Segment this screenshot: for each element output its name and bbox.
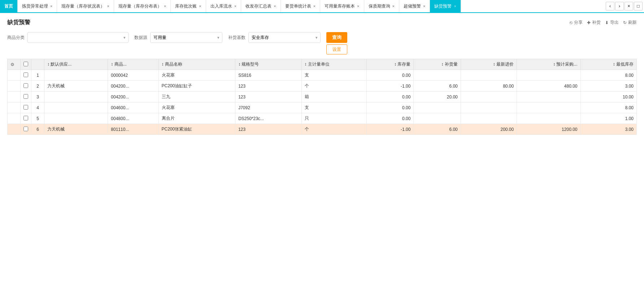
row-checkbox-4[interactable] [23,116,28,120]
nav-next-btn[interactable]: › [615,2,624,10]
restock-icon: ✚ [587,20,591,25]
th-min-stock[interactable]: ↕ 最低库存 [580,59,637,70]
tab-close-icon-4[interactable]: × [199,4,201,8]
cell-code-4: 004800... [108,113,158,124]
datasource-select[interactable]: 可用量 [150,32,222,43]
cell-name-1: PC200油缸缸子 [158,81,235,92]
th-latest-price[interactable]: ↕ 最新进价 [461,59,517,70]
table-row: 10000042火花塞SS816支0.008.00 [8,70,637,81]
share-button[interactable]: ⎋ 分享 [570,19,583,26]
nav-tab-10[interactable]: 超储预警× [399,0,430,13]
tab-close-icon-11[interactable]: × [454,4,456,8]
th-stock[interactable]: ↕ 库存量 [367,59,414,70]
cell-spec-0: SS816 [235,70,301,81]
cell-supplier-4 [44,113,108,124]
cell-spec-4: DS250*23c... [235,113,301,124]
tab-close-icon-6[interactable]: × [274,4,276,8]
nav-tab-4[interactable]: 库存批次账× [171,0,206,13]
tab-close-icon-1[interactable]: × [50,4,52,8]
nav-tab-9[interactable]: 保质期查询× [364,0,399,13]
nav-tab-3[interactable]: 现存量（库存分布表）× [114,0,171,13]
tab-close-icon-10[interactable]: × [423,4,425,8]
row-checkbox-5[interactable] [23,127,28,131]
select-all-checkbox[interactable] [23,62,28,66]
th-index [31,59,44,70]
restock-basis-select[interactable]: 安全库存 [248,32,321,43]
cell-estimated-1: 480.00 [517,81,580,92]
datasource-select-wrapper: 可用量 ▾ [150,32,222,43]
nav-tab-6[interactable]: 收发存汇总表× [241,0,280,13]
cell-supplier-2 [44,92,108,102]
nav-tab-8[interactable]: 可用量库存账本× [320,0,364,13]
cell-spec-2: 123 [235,92,301,102]
settings-button[interactable]: 设置 [326,44,347,54]
tab-close-icon-7[interactable]: × [313,4,316,8]
cell-check-2[interactable] [21,92,31,102]
query-button[interactable]: 查询 [326,32,347,43]
th-product-name-label: ↕ 商品名称 [162,62,182,67]
category-select[interactable] [27,32,129,43]
cell-unit-0: 支 [301,70,367,81]
tab-close-icon-3[interactable]: × [164,4,166,8]
cell-code-1: 004200... [108,81,158,92]
cell-action-3 [8,102,21,113]
restock-basis-select-wrapper: 安全库存 ▾ [248,32,321,43]
cell-name-0: 火花塞 [158,70,235,81]
th-spec[interactable]: ↕ 规格型号 [235,59,301,70]
table-row: 4004600...火花塞J7092支0.008.00 [8,102,637,113]
nav-maximize-btn[interactable]: □ [634,2,643,10]
tab-close-icon-9[interactable]: × [392,4,395,8]
th-estimated-purchase-label: ↕ 预计采购... [553,62,577,67]
tab-close-icon-2[interactable]: × [107,4,109,8]
row-checkbox-2[interactable] [23,94,28,99]
nav-close-btn[interactable]: × [625,2,633,10]
cell-min-stock-2: 10.00 [580,92,637,102]
nav-tab-1[interactable]: 拣货异常处理× [18,0,57,13]
cell-check-5[interactable] [21,124,31,135]
cell-check-3[interactable] [21,102,31,113]
category-filter-group: 商品分类 ▾ [7,32,129,43]
refresh-button[interactable]: ↻ 刷新 [623,19,637,26]
page-content: 缺货预警 ⎋ 分享 ✚ 补货 ⬇ 导出 ↻ 刷新 商品分类 [0,13,644,287]
row-checkbox-3[interactable] [23,105,28,110]
share-icon: ⎋ [570,20,573,25]
th-product-name[interactable]: ↕ 商品名称 [158,59,235,70]
nav-tab-5[interactable]: 出入库流水× [206,0,241,13]
export-button[interactable]: ⬇ 导出 [605,19,619,26]
table-row: 2力天机械004200...PC200油缸缸子123个-1.006.0080.0… [8,81,637,92]
cell-action-5 [8,124,21,135]
nav-tab-0[interactable]: 首页 [0,0,18,13]
restock-button[interactable]: ✚ 补货 [587,19,601,26]
table-row: 3004200...三九123箱0.0020.0010.00 [8,92,637,102]
restock-basis-label: 补货基数 [228,35,245,41]
th-settings[interactable]: ⚙ [8,59,21,70]
th-unit[interactable]: ↕ 主计量单位 [301,59,367,70]
cell-check-0[interactable] [21,70,31,81]
tab-close-icon-5[interactable]: × [234,4,236,8]
cell-name-5: PC200张紧油缸 [158,124,235,135]
th-estimated-purchase[interactable]: ↕ 预计采购... [517,59,580,70]
cell-check-1[interactable] [21,81,31,92]
cell-latest-price-5: 200.00 [461,124,517,135]
cell-code-0: 0000042 [108,70,158,81]
tab-close-icon-8[interactable]: × [357,4,359,8]
cell-unit-2: 箱 [301,92,367,102]
cell-supplier-1: 力天机械 [44,81,108,92]
th-product-code[interactable]: ↕ 商品... [108,59,158,70]
nav-prev-btn[interactable]: ‹ [606,2,614,10]
cell-min-stock-4: 1.00 [580,113,637,124]
row-checkbox-0[interactable] [23,72,28,77]
cell-check-4[interactable] [21,113,31,124]
th-default-supplier-label: ↕ 默认供应... [47,62,71,67]
page-title: 缺货预警 [7,19,30,26]
nav-tab-7[interactable]: 要货单统计表× [281,0,320,13]
th-default-supplier[interactable]: ↕ 默认供应... [44,59,108,70]
th-restock-qty[interactable]: ↕ 补货量 [414,59,461,70]
table-row: 5004800...离合片DS250*23c...只0.001.00 [8,113,637,124]
nav-tab-2[interactable]: 现存量（库存状况表）× [57,0,114,13]
gear-icon[interactable]: ⚙ [10,62,14,67]
row-checkbox-1[interactable] [23,83,28,88]
th-stock-label: ↕ 库存量 [394,62,410,67]
cell-latest-price-1: 80.00 [461,81,517,92]
nav-tab-11[interactable]: 缺货预警× [430,0,461,13]
